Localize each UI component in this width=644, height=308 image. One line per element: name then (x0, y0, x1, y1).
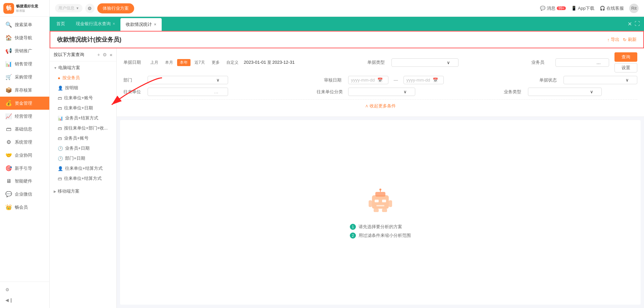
sidebar-collapse-btn[interactable]: ◀ ‖ (0, 295, 49, 305)
export-button[interactable]: ↑ 导出 (607, 37, 620, 43)
sidebar-item-enterprise[interactable]: 🤝 企业协同 (0, 149, 49, 162)
maximize-btn[interactable]: ⛶ (635, 21, 640, 27)
shortcut-more[interactable]: 更多 (209, 59, 222, 66)
app-download-btn[interactable]: 📱 App下载 (571, 5, 594, 11)
left-panel-collapse-btn[interactable]: « (110, 52, 112, 57)
audit-date-to[interactable]: yyyy-mm-dd 📅 (404, 76, 444, 84)
sidebar-item-finance[interactable]: 💰 资金管理 (0, 97, 49, 110)
tree-item-unit-settle2[interactable]: 🗃 往来单位+结算方式 (50, 173, 116, 184)
shortcut-7days[interactable]: 近7天 (192, 59, 208, 66)
desktop-section: ▼ 电脑端方案 ● 按业务员 👤 按明细 🗃 往来单位+账号 (50, 61, 116, 185)
tree-icon-salesperson-account: 🗃 (58, 136, 62, 141)
voucher-status-select[interactable]: ∨ (564, 76, 637, 84)
svg-rect-6 (376, 205, 384, 206)
business-type-select[interactable]: ∨ (528, 88, 602, 96)
gear-button[interactable]: ⚙ (85, 4, 95, 13)
tree-item-unit-date[interactable]: 🗃 往来单位+日期 (50, 103, 116, 113)
filter-row-3: 往来单位 … 往来单位分类 ∨ 业务类型 (123, 88, 637, 96)
svg-rect-4 (375, 200, 379, 202)
tree-item-unit-account[interactable]: 🗃 往来单位+账号 (50, 93, 116, 103)
sidebar-item-basic[interactable]: 🗃 基础信息 (0, 123, 49, 136)
sidebar-item-wechat[interactable]: 💬 企业微信 (0, 188, 49, 201)
tree-icon-unit-settle1: 👤 (58, 166, 63, 171)
user-avatar[interactable]: Rit (629, 4, 639, 13)
close-window-btn[interactable]: ✕ (628, 21, 632, 27)
sidebar-item-operation[interactable]: 📈 经营管理 (0, 110, 49, 123)
sidebar-item-marketing[interactable]: 📢 营销推广 (0, 44, 49, 57)
guide-icon: 🎯 (5, 165, 12, 171)
tab-collection[interactable]: 收款情况统计 × (120, 18, 162, 31)
expand-icon: ▼ (54, 66, 57, 70)
more-icon: … (596, 60, 601, 65)
salesperson-select[interactable]: … (555, 58, 609, 67)
user-info[interactable]: 用户信息 ▼ (55, 4, 83, 12)
audit-date-from[interactable]: yyyy-mm-dd 📅 (348, 76, 388, 84)
tree-icon-unit-dept: 🗃 (58, 126, 62, 131)
partner-select[interactable]: … (148, 88, 228, 96)
refresh-icon: ↻ (623, 37, 627, 42)
partner-category-select[interactable]: ∨ (348, 88, 415, 96)
sidebar-item-sales[interactable]: 📊 销售管理 (0, 57, 49, 70)
tab-close-bank[interactable]: × (113, 21, 115, 26)
sidebar-item-shortcut[interactable]: 🏠 快捷导航 (0, 31, 49, 44)
sidebar-settings-btn[interactable]: ⚙ (0, 285, 49, 295)
sidebar-item-member[interactable]: 👑 畅会员 (0, 201, 49, 214)
empty-tip-2: 2 用过滤条件来缩小分析范围 (350, 233, 411, 239)
page-header: 收款情况统计(按业务员) ↑ 导出 ↻ 刷新 (50, 31, 644, 48)
refresh-button[interactable]: ↻ 刷新 (623, 37, 637, 43)
shortcut-this-month[interactable]: 本月 (162, 59, 176, 66)
trial-button[interactable]: 体验行业方案 (97, 3, 134, 13)
tree-item-unit-settle1[interactable]: 👤 往来单位+结算方式 (50, 163, 116, 173)
shortcut-this-year[interactable]: 本年 (177, 59, 191, 66)
service-icon: 🎧 (600, 6, 605, 11)
scheme-settings-btn[interactable]: ⚙ (103, 52, 107, 57)
tree-item-salesperson-settle[interactable]: 📊 业务员+结算方式 (50, 113, 116, 123)
tree-icon-unit-settle2: 🗃 (58, 176, 62, 181)
message-icon: 💬 (540, 6, 545, 11)
tab-bar: 首页 现金银行流水查询 × 收款情况统计 × ✕ ⛶ (50, 17, 644, 31)
tree-item-salesperson-date[interactable]: 🕐 业务员+日期 (50, 143, 116, 153)
add-scheme-btn[interactable]: + (97, 52, 100, 57)
settings-button[interactable]: 设置 (614, 63, 637, 72)
sidebar-item-search[interactable]: 🔍 搜索菜单 (0, 18, 49, 31)
calendar-icon: 📅 (377, 78, 383, 83)
messages-btn[interactable]: 💬 消息 99+ (540, 5, 566, 11)
tree-item-by-salesperson[interactable]: ● 按业务员 (50, 73, 116, 83)
more-icon: … (213, 89, 220, 94)
calendar-icon: 📅 (433, 78, 438, 83)
desktop-section-header[interactable]: ▼ 电脑端方案 (50, 63, 116, 73)
export-icon: ↑ (607, 37, 610, 42)
sidebar-item-inventory[interactable]: 📦 库存核算 (0, 84, 49, 97)
tree-icon-salesperson-date: 🕐 (58, 146, 63, 151)
tree-item-salesperson-account[interactable]: 🗃 业务员+账号 (50, 133, 116, 143)
tab-close-collection[interactable]: × (154, 22, 156, 27)
tree-item-by-detail[interactable]: 👤 按明细 (50, 83, 116, 93)
shortcut-last-month[interactable]: 上月 (148, 59, 161, 66)
left-panel: 按以下方案查询 + ⚙ « ▼ 电脑端方案 ● 按业务员 👤 (50, 48, 117, 308)
sidebar-item-guide[interactable]: 🎯 新手引导 (0, 162, 49, 175)
chevron-down-icon: ∨ (590, 89, 593, 94)
content-area: 按以下方案查询 + ⚙ « ▼ 电脑端方案 ● 按业务员 👤 (50, 48, 644, 308)
query-button[interactable]: 查询 (614, 52, 637, 62)
collapse-more-btn[interactable]: ∧ 收起更多条件 (123, 99, 637, 112)
mobile-section-header[interactable]: ▶ 移动端方案 (50, 186, 116, 196)
main: 用户信息 ▼ ⚙ 体验行业方案 💬 消息 99+ 📱 App下载 🎧 在线客服 … (50, 0, 644, 308)
sidebar-item-hardware[interactable]: 🖥 智能硬件 (0, 175, 49, 188)
dept-select[interactable]: ∨ (148, 76, 228, 84)
tabs-actions: ✕ ⛶ (624, 17, 644, 31)
sidebar-item-system[interactable]: ⚙ 系统管理 (0, 136, 49, 149)
chevron-down-icon: ∨ (216, 78, 220, 83)
tree-item-unit-dept[interactable]: 🗃 按往来单位+部门+收... (50, 123, 116, 133)
home-icon: 🏠 (5, 35, 12, 41)
shortcut-custom[interactable]: 自定义 (224, 59, 241, 66)
voucher-type-select[interactable]: ∨ (391, 58, 459, 67)
tab-bank[interactable]: 现金银行流水查询 × (70, 17, 120, 31)
sidebar-item-purchase[interactable]: 🛒 采购管理 (0, 70, 49, 84)
online-service-btn[interactable]: 🎧 在线客服 (600, 5, 624, 11)
finance-icon: 💰 (5, 100, 12, 106)
tree-item-dept-date[interactable]: 🕐 部门+日期 (50, 153, 116, 163)
inventory-icon: 📦 (5, 87, 12, 93)
tab-home[interactable]: 首页 (50, 17, 70, 31)
svg-rect-8 (389, 200, 392, 207)
topbar-right: 💬 消息 99+ 📱 App下载 🎧 在线客服 Rit (540, 4, 639, 13)
